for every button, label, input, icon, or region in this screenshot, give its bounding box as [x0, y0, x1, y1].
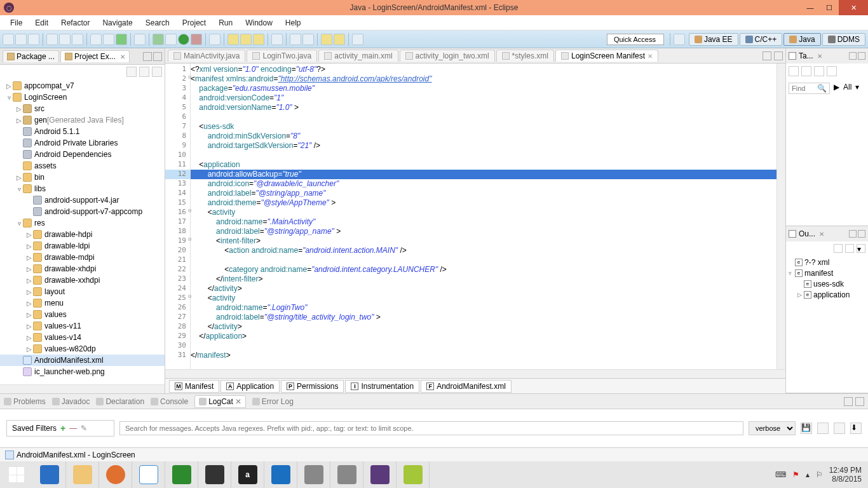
toggle-mark-icon[interactable]: [302, 34, 314, 45]
editor-tab[interactable]: *styles.xml: [496, 50, 554, 62]
editor-tab[interactable]: activity_login_two.xml: [400, 50, 495, 62]
new-folder-icon[interactable]: [227, 34, 239, 45]
task-new-icon[interactable]: [789, 66, 799, 76]
outline-item[interactable]: ▷eapplication: [789, 289, 865, 300]
tray-up-icon[interactable]: ▴: [806, 470, 810, 479]
debug-icon[interactable]: [153, 34, 164, 45]
clear-log-icon[interactable]: [817, 423, 829, 434]
collapse-all-icon[interactable]: [126, 67, 137, 77]
open-type-icon[interactable]: [134, 34, 146, 45]
bottom-tab-error-log[interactable]: Error Log: [252, 397, 294, 406]
pin-icon[interactable]: [352, 34, 363, 45]
taskbar-dropbox[interactable]: [132, 461, 165, 488]
taskbar-store[interactable]: [165, 461, 198, 488]
tree-item[interactable]: android-support-v7-appcomp: [0, 206, 165, 217]
bottom-tab-problems[interactable]: Problems: [4, 397, 46, 406]
tree-item[interactable]: ▷drawable-xhdpi: [0, 263, 165, 274]
display-icon[interactable]: [834, 423, 845, 434]
tree-item[interactable]: ▷src: [0, 103, 165, 114]
editor-tab[interactable]: activity_main.xml: [318, 50, 398, 62]
taskbar-app3[interactable]: [330, 461, 363, 488]
tree-item[interactable]: ▿LoginScreen: [0, 92, 165, 103]
open-folder-icon[interactable]: [240, 34, 252, 45]
tree-item[interactable]: ▷gen [Generated Java Files]: [0, 114, 165, 126]
task-menu-icon[interactable]: [827, 66, 837, 76]
bottom-tab-javadoc[interactable]: Javadoc: [52, 397, 90, 406]
close-button[interactable]: ✕: [839, 0, 868, 15]
taskbar-amazon[interactable]: a: [231, 461, 264, 488]
find-field[interactable]: [792, 85, 817, 92]
keyboard-icon[interactable]: ⌨: [775, 470, 786, 479]
close-tab-icon[interactable]: ✕: [120, 53, 125, 60]
manifest-tab-permissions[interactable]: PPermissions: [281, 380, 344, 393]
outline-menu-icon[interactable]: ▾: [857, 244, 865, 253]
tree-item[interactable]: ▷bin: [0, 172, 165, 183]
log-level-select[interactable]: verbose: [749, 421, 796, 435]
alert-icon[interactable]: ⚑: [792, 470, 799, 479]
taskbar-android[interactable]: [397, 461, 430, 488]
outline-sort-icon[interactable]: [834, 244, 843, 253]
tree-item[interactable]: ▿res: [0, 217, 165, 229]
back-icon[interactable]: [321, 34, 332, 45]
left-max-icon[interactable]: [153, 52, 162, 61]
perspective-c-c-[interactable]: C/C++: [740, 33, 783, 46]
tree-hscroll[interactable]: [0, 384, 165, 393]
outline-item[interactable]: euses-sdk: [789, 278, 865, 289]
perspective-java[interactable]: Java: [783, 33, 820, 46]
save-icon[interactable]: [15, 34, 27, 45]
taskbar-eclipse[interactable]: [363, 461, 397, 488]
project-tree[interactable]: ▷appcompat_v7▿LoginScreen▷src▷gen [Gener…: [0, 79, 165, 384]
scroll-lock-icon[interactable]: ⬇: [850, 423, 862, 434]
close-tab-icon[interactable]: ✕: [648, 53, 653, 60]
all-dropdown-icon[interactable]: ▾: [855, 83, 859, 92]
run-last-icon[interactable]: [178, 34, 189, 45]
editor-hscroll[interactable]: [165, 369, 785, 378]
bottom-min-icon[interactable]: [844, 397, 853, 406]
taskbar-ie[interactable]: [33, 461, 66, 488]
taskbar-onedrive[interactable]: [264, 461, 297, 488]
task-cat-icon[interactable]: [801, 66, 811, 76]
search-icon[interactable]: [271, 34, 283, 45]
new-icon[interactable]: [3, 34, 14, 45]
outline-tab[interactable]: Ou... ✕: [786, 226, 868, 241]
task-sync-icon[interactable]: [814, 66, 824, 76]
annotation-icon[interactable]: [290, 34, 301, 45]
tree-item[interactable]: ▷values: [0, 309, 165, 320]
tree-item[interactable]: ▷values-v11: [0, 320, 165, 332]
task-close-icon[interactable]: ✕: [817, 53, 822, 60]
task-min-icon[interactable]: [849, 52, 857, 60]
clock[interactable]: 12:49 PM 8/8/2015: [829, 466, 862, 484]
menu-search[interactable]: Search: [139, 18, 176, 27]
menu-file[interactable]: File: [4, 18, 29, 27]
flag-icon[interactable]: ⚐: [816, 470, 823, 479]
tree-item[interactable]: ic_launcher-web.png: [0, 366, 165, 377]
new-project-icon[interactable]: [90, 34, 102, 45]
tree-item[interactable]: ▷drawable-hdpi: [0, 229, 165, 240]
new-package-icon[interactable]: [103, 34, 114, 45]
tree-item[interactable]: Android 5.1.1: [0, 126, 165, 137]
remove-filter-icon[interactable]: —: [69, 424, 77, 433]
menu-run[interactable]: Run: [212, 18, 239, 27]
editor-tab[interactable]: MainActivity.java: [168, 50, 245, 62]
bottom-tab-declaration[interactable]: Declaration: [96, 397, 144, 406]
left-tab[interactable]: Package ...: [3, 50, 59, 62]
task-list-tab[interactable]: Ta... ✕: [786, 48, 868, 64]
editor-tab[interactable]: LoginScreen Manifest✕: [555, 50, 658, 62]
tree-item[interactable]: assets: [0, 160, 165, 172]
manifest-tab-application[interactable]: AApplication: [220, 380, 280, 393]
lint-icon[interactable]: [72, 34, 83, 45]
outline-min-icon[interactable]: [849, 230, 857, 238]
all-label[interactable]: All: [843, 83, 851, 92]
outline-item[interactable]: ▿emanifest: [789, 268, 865, 278]
perspective-ddms[interactable]: DDMS: [822, 33, 865, 46]
left-min-icon[interactable]: [143, 52, 152, 61]
taskbar-firefox[interactable]: [99, 461, 132, 488]
task-max-icon[interactable]: [858, 52, 865, 60]
taskbar-app2[interactable]: [297, 461, 330, 488]
code-editor[interactable]: <?xml version="1.0" encoding="utf-8"?><m…: [191, 64, 776, 369]
avd-manager-icon[interactable]: [59, 34, 71, 45]
new-class-icon[interactable]: [116, 34, 127, 45]
bottom-tab-logcat[interactable]: LogCat ✕: [194, 395, 246, 408]
manifest-tab-androidmanifest-xml[interactable]: FAndroidManifest.xml: [421, 380, 512, 393]
tree-item[interactable]: ▿libs: [0, 183, 165, 194]
